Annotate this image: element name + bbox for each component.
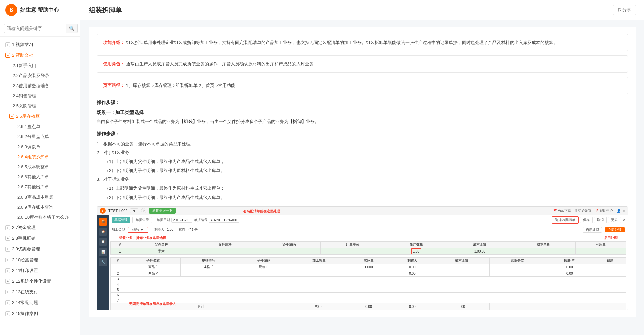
ss-date-field: 单据日期 2019-12-26	[157, 218, 192, 223]
intro-label: 功能介绍：	[103, 40, 125, 45]
search-input[interactable]	[4, 24, 66, 33]
path-block: 页面路径： 1、库存核算->库存管理->组装拆卸单 2、首页->常用功能	[97, 77, 628, 94]
sidebar-item-product-cost[interactable]: 2.6.8商品成本重算	[0, 192, 80, 202]
step2: 2、对于组装业务	[97, 149, 628, 157]
screenshot-container: 6 TEST-H002 ▼ ↻ 新建单据一下 🚩 App下载 ⚙ 初始设置 ❓ …	[97, 206, 628, 310]
inventory-collapse-icon: −	[9, 114, 14, 119]
ss-tab-active: 单据管理	[112, 217, 130, 223]
expand-icon: +	[5, 42, 10, 47]
sidebar-item-personalize[interactable]: + 2.12系统个性化设置	[0, 276, 80, 287]
steps-title2: 操作步骤：	[97, 131, 628, 137]
sidebar-item-newcomer[interactable]: 2.1新手入门	[0, 61, 80, 71]
ss-refresh-icon: ↻	[141, 208, 146, 213]
faq-expand-icon: +	[5, 300, 10, 305]
sidebar-item-cases[interactable]: + 2.15操作案例	[0, 308, 80, 319]
sidebar-item-install[interactable]: 2.2产品安装及登录	[0, 71, 80, 81]
sidebar-item-other-out[interactable]: 2.6.7其他出库单	[0, 182, 80, 192]
ss-top-icons: 🚩 App下载 ⚙ 初始设置 ❓ 帮助中心 👤 cc	[553, 208, 625, 213]
role-text: 通常由生产人员或库管人员完成拆装业务的操作，库管人员确认原材料的出库和产成品的入…	[126, 61, 314, 66]
mock-screenshot: 6 TEST-H002 ▼ ↻ 新建单据一下 🚩 App下载 ⚙ 初始设置 ❓ …	[97, 207, 628, 310]
sidebar-item-purchase[interactable]: 2.5采购管理	[0, 101, 80, 111]
content-wrapper: 功能介绍： 组装拆卸单用来处理企业组装或拆卸等加工业务，支持有固定装配清单的产品…	[89, 27, 636, 317]
sidebar-item-inventory-label: 2.6库存核算	[16, 113, 40, 119]
sidebar-item-online-pay[interactable]: + 2.13在线支付	[0, 287, 80, 297]
sidebar-item-other-in[interactable]: 2.6.6其他入库单	[0, 172, 80, 182]
logo-area: 6 好生意 帮助中心	[0, 0, 80, 20]
logo-text: 好生意 帮助中心	[20, 7, 59, 14]
sidebar-item-faq[interactable]: + 2.14常见问题	[0, 297, 80, 308]
nav-list: + 1.视频学习 − 2.帮助文档 2.1新手入门 2.2产品安装及登录 2.3…	[0, 37, 80, 335]
sidebar-item-print[interactable]: + 2.11打印设置	[0, 265, 80, 276]
main-area: 组装拆卸单 ⎘ 分享 功能介绍： 组装拆卸单用来处理企业组装或拆卸等加工业务，支…	[80, 0, 644, 335]
sidebar-item-inventory[interactable]: − 2.6库存核算	[0, 111, 80, 122]
step2-2: （2）下部明细为子件明细，最终作为原材料生成其它出库单。	[105, 167, 628, 175]
sidebar-item-adjust[interactable]: 2.6.3调拨单	[0, 142, 80, 152]
content-area: 功能介绍： 组装拆卸单用来处理企业组装或拆卸等加工业务，支持有固定装配清单的产品…	[80, 20, 644, 335]
sidebar-item-cost-adjust[interactable]: 2.6.5成本调整单	[0, 162, 80, 172]
step3-1: （1）上部明细为父件明细，最终作为原材料生成其它出库单；	[105, 184, 628, 193]
sidebar-item-operations-label: 2.10经营管理	[12, 257, 38, 263]
sidebar-item-check[interactable]: 2.6.1盘点单	[0, 122, 80, 132]
print-expand-icon: +	[5, 268, 10, 273]
sidebar-item-sales[interactable]: 2.4销售管理	[0, 91, 80, 101]
sidebar-item-docs-label: 2.帮助文档	[12, 52, 33, 58]
steps-title: 操作步骤：	[97, 100, 628, 106]
ss-save-btn[interactable]: 保存	[580, 217, 593, 223]
ss-cancel-btn[interactable]: 取消	[594, 217, 607, 223]
sidebar-item-operations[interactable]: + 2.10经营管理	[0, 255, 80, 265]
intro-text: 组装拆卸单用来处理企业组装或拆卸等加工业务，支持有固定装配清单的产品加工业务，也…	[126, 40, 558, 45]
ss-order-field: 单据编号 AD-20191226-001	[194, 218, 239, 223]
coupon-expand-icon: +	[5, 247, 10, 252]
ss-new-btn[interactable]: 新建单据一下	[149, 208, 176, 214]
sidebar-item-online-pay-label: 2.13在线支付	[12, 289, 38, 295]
sidebar-item-personalize-label: 2.12系统个性化设置	[12, 278, 51, 284]
ss-child-table-wrapper: 无固定清单可在组档在这里录入 # 子件名称 规格型号 子件编码	[109, 257, 628, 310]
operations-expand-icon: +	[5, 258, 10, 262]
path-label: 页面路径：	[103, 83, 125, 88]
ss-main-panel: 单据管理 单据查看 单据日期 2019-12-26 单据编号 AD-201912…	[109, 215, 628, 310]
share-icon: ⎘	[618, 7, 621, 13]
ss-confirm-btn[interactable]: 立即处理	[605, 227, 625, 232]
sidebar-item-coupon[interactable]: + 2.9优惠券管理	[0, 244, 80, 255]
share-button[interactable]: ⎘ 分享	[613, 5, 636, 15]
finance-expand-icon: +	[5, 225, 10, 230]
ss-action-btns: 选择装配清单 保存 取消 更多 ✕	[552, 216, 625, 224]
sidebar-item-assembly[interactable]: 2.6.4组装拆卸单	[0, 152, 80, 162]
page-header: 组装拆卸单 ⎘ 分享	[80, 0, 644, 20]
sidebar-item-account-error[interactable]: 2.6.10库存账本错了怎么办	[0, 212, 80, 222]
intro-block: 功能介绍： 组装拆卸单用来处理企业组装或拆卸等加工业务，支持有固定装配清单的产品…	[97, 34, 628, 51]
ss-select-bom-btn[interactable]: 选择装配清单	[552, 216, 579, 224]
ss-parent-table: # 父件名称 父件规格 父件编码 计量单位 生产数量 成本金额 成本单价	[109, 241, 628, 255]
sidebar-item-cases-label: 2.15操作案例	[12, 311, 38, 317]
sidebar-item-mobile[interactable]: + 2.8手机旺铺	[0, 233, 80, 244]
sidebar-item-dataprep[interactable]: 2.3使用前数据准备	[0, 81, 80, 91]
sidebar-item-faq-label: 2.14常见问题	[12, 300, 38, 306]
steps-list: 1、根据不同的业务，选择不同单据的类型来处理 2、对于组装业务 （1）上部明细为…	[97, 140, 628, 202]
sidebar-item-split[interactable]: 2.6.2分量盘点单	[0, 132, 80, 142]
ss-annotation4: 启用处理	[604, 236, 618, 240]
ss-close-icon[interactable]: ✕	[622, 218, 625, 222]
mobile-expand-icon: +	[5, 236, 10, 241]
search-button[interactable]: 🔍	[66, 24, 78, 33]
scene1-title: 场景一：加工类型选择	[97, 110, 628, 116]
sidebar-item-coupon-label: 2.9优惠券管理	[12, 246, 40, 252]
ss-more-btn[interactable]: 更多	[608, 217, 621, 223]
onlinepay-expand-icon: +	[5, 290, 10, 294]
ss-type-row: 加工类型 组装 ▼ 制单人 1,00 状态 待处理 启用处理	[109, 225, 628, 234]
scene1-desc: 当由多个子件材料组装成一个成品的业务为【组装】业务，当由一个父件拆分成多个子产品…	[97, 118, 628, 125]
sidebar-item-mobile-label: 2.8手机旺铺	[12, 235, 36, 241]
ss-type-input[interactable]: 组装 ▼	[128, 227, 148, 233]
sidebar-item-print-label: 2.11打印设置	[12, 268, 38, 274]
ss-annotation3: 组装业务、拆卸业务在这里选择	[119, 236, 166, 240]
sidebar-item-finance[interactable]: + 2.7资金管理	[0, 222, 80, 233]
ss-enable-input: 启用处理	[583, 227, 602, 233]
cases-expand-icon: +	[5, 311, 10, 316]
ss-child-table: # 子件名称 规格型号 子件编码 加工数量 实际量 制造人 成本金额	[110, 257, 626, 310]
sidebar-item-inv-query[interactable]: 2.6.9库存账本查询	[0, 202, 80, 212]
page-title: 组装拆卸单	[89, 6, 122, 15]
sidebar: 6 好生意 帮助中心 🔍 + 1.视频学习 − 2.帮助文档 2.1新手入门 2…	[0, 0, 80, 335]
sidebar-item-video[interactable]: + 1.视频学习	[0, 39, 80, 50]
step2-1: （1）上部明细为父件明细，最终作为产成品生成其它入库单；	[105, 158, 628, 166]
sidebar-item-docs[interactable]: − 2.帮助文档	[0, 50, 80, 61]
personalize-expand-icon: +	[5, 279, 10, 284]
